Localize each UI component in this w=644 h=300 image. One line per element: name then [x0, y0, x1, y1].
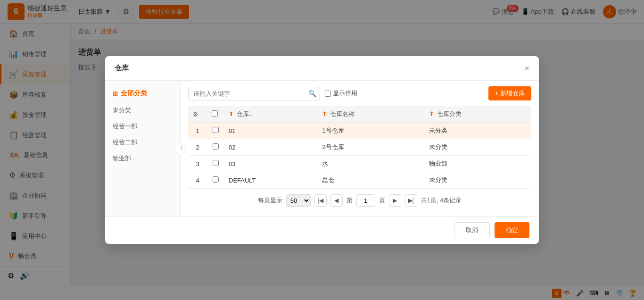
add-warehouse-button[interactable]: + 新增仓库 [488, 86, 531, 100]
dialog-all-categories[interactable]: ⊞ 全部分类 [105, 84, 180, 102]
show-disabled-checkbox[interactable] [325, 91, 331, 97]
dialog-footer: 取消 确定 [105, 216, 539, 244]
dialog-title: 仓库 [115, 64, 129, 73]
th-name: ⬆ 仓库名称 [317, 106, 424, 123]
pagination: 每页显示 50 20 100 |◀ ◀ 第 页 ▶ ▶| 共1页, 4条记录 [188, 189, 531, 210]
row-code-1: 01 [224, 123, 317, 139]
row-check-2[interactable] [207, 139, 224, 156]
table-container: ⚙ ⬆ 仓库... ⬆ 仓库名称 [188, 106, 531, 189]
table-row[interactable]: 2 02 2号仓库 未分类 [188, 139, 531, 156]
search-button[interactable]: 🔍 [308, 90, 316, 97]
page-label: 第 [347, 196, 353, 205]
per-page-label: 每页显示 [258, 196, 282, 205]
row-index-4: 4 [188, 172, 207, 189]
row-code-4: DEFAULT [224, 172, 317, 189]
row-category-3: 物业部 [424, 156, 531, 172]
dialog-close-button[interactable]: × [524, 64, 529, 73]
row-checkbox-4[interactable] [213, 176, 219, 183]
row-code-2: 02 [224, 139, 317, 156]
page-suffix: 页 [379, 196, 385, 205]
row-checkbox-2[interactable] [213, 143, 219, 150]
th-code: ⬆ 仓库... [224, 106, 317, 123]
grid-icon: ⊞ [113, 90, 118, 97]
th-category: ⬆ 仓库分类 [424, 106, 531, 123]
row-category-4: 未分类 [424, 172, 531, 189]
table-body: 1 01 1号仓库 未分类 2 02 2号仓库 [188, 123, 531, 189]
row-check-3[interactable] [207, 156, 224, 172]
per-page-select[interactable]: 50 20 100 [286, 194, 311, 207]
dialog-category-dept2[interactable]: 经营二部 [105, 134, 180, 150]
dialog-overlay: 仓库 × ⊞ 全部分类 未分类 经营一部 经营二部 物业部 《 [0, 0, 644, 300]
cancel-button[interactable]: 取消 [454, 222, 490, 238]
row-category-2: 未分类 [424, 139, 531, 156]
all-categories-label: 全部分类 [121, 89, 147, 98]
row-name-3: 水 [317, 156, 424, 172]
warehouse-table: ⚙ ⬆ 仓库... ⬆ 仓库名称 [188, 106, 531, 189]
page-number-input[interactable] [356, 194, 375, 207]
sort-icon-code: ⬆ [229, 110, 234, 117]
dialog-body: ⊞ 全部分类 未分类 经营一部 经营二部 物业部 《 🔍 [105, 81, 539, 216]
sort-icon-category: ⬆ [429, 110, 434, 117]
dialog-main: 🔍 显示停用 + 新增仓库 ⚙ [181, 81, 539, 216]
dialog-category-dept1[interactable]: 经营一部 [105, 118, 180, 134]
row-category-1: 未分类 [424, 123, 531, 139]
dialog-category-sidebar: ⊞ 全部分类 未分类 经营一部 经营二部 物业部 《 [105, 81, 181, 216]
dialog-header: 仓库 × [105, 56, 539, 81]
sort-icon-name: ⬆ [322, 110, 327, 117]
table-header-row: ⚙ ⬆ 仓库... ⬆ 仓库名称 [188, 106, 531, 123]
dialog-category-unclassified[interactable]: 未分类 [105, 102, 180, 118]
row-checkbox-3[interactable] [213, 160, 219, 166]
last-page-button[interactable]: ▶| [405, 194, 417, 207]
row-index-2: 2 [188, 139, 207, 156]
table-row[interactable]: 4 DEFAULT 总仓 未分类 [188, 172, 531, 189]
show-disabled-checkbox-label[interactable]: 显示停用 [325, 89, 357, 98]
row-code-3: 03 [224, 156, 317, 172]
table-head: ⚙ ⬆ 仓库... ⬆ 仓库名称 [188, 106, 531, 123]
row-check-4[interactable] [207, 172, 224, 189]
prev-page-button[interactable]: ◀ [330, 194, 343, 207]
row-check-1[interactable] [207, 123, 224, 139]
select-all-checkbox[interactable] [212, 110, 218, 117]
search-input-wrap: 🔍 [188, 87, 320, 100]
row-checkbox-1[interactable] [213, 127, 219, 133]
show-disabled-label: 显示停用 [333, 89, 357, 98]
table-row[interactable]: 1 01 1号仓库 未分类 [188, 123, 531, 139]
first-page-button[interactable]: |◀ [314, 194, 327, 207]
warehouse-dialog: 仓库 × ⊞ 全部分类 未分类 经营一部 经营二部 物业部 《 [105, 56, 539, 244]
dialog-toolbar: 🔍 显示停用 + 新增仓库 [188, 86, 531, 100]
confirm-button[interactable]: 确定 [495, 222, 529, 238]
row-name-2: 2号仓库 [317, 139, 424, 156]
total-records: 共1页, 4条记录 [421, 196, 462, 205]
row-index-1: 1 [188, 123, 207, 139]
dialog-category-property[interactable]: 物业部 [105, 150, 180, 167]
row-name-4: 总仓 [317, 172, 424, 189]
sidebar-collapse-button[interactable]: 《 [174, 143, 186, 154]
th-settings: ⚙ [188, 106, 207, 123]
row-index-3: 3 [188, 156, 207, 172]
next-page-button[interactable]: ▶ [389, 194, 401, 207]
table-row[interactable]: 3 03 水 物业部 [188, 156, 531, 172]
row-name-1: 1号仓库 [317, 123, 424, 139]
search-input[interactable] [188, 87, 320, 100]
th-checkbox [207, 106, 224, 123]
